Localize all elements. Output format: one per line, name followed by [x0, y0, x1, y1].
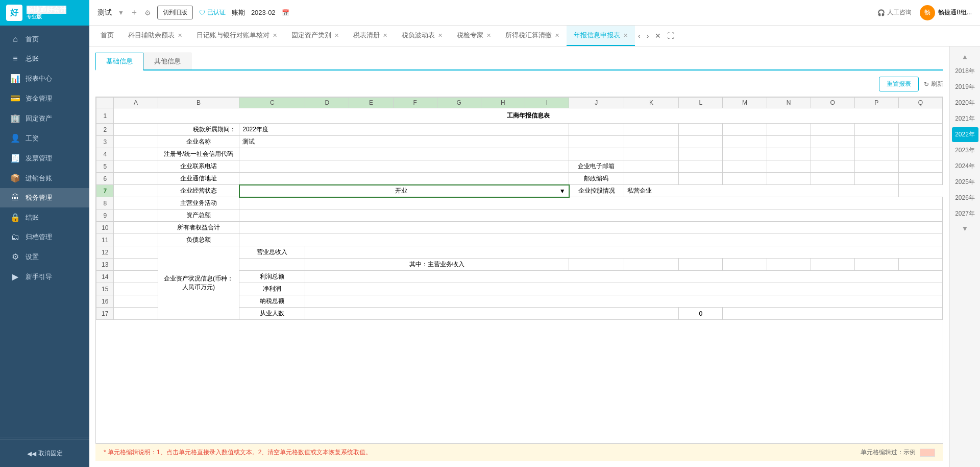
- sidebar-item-report[interactable]: 📊报表中心: [0, 68, 89, 88]
- cell-2-N[interactable]: [767, 124, 811, 136]
- cell-5-B[interactable]: 企业联系电话: [158, 160, 239, 173]
- tab-close-income[interactable]: ✕: [555, 32, 559, 39]
- tab-taxwave[interactable]: 税负波动表✕: [395, 26, 450, 46]
- cell-5-M[interactable]: [723, 160, 767, 173]
- tab-close-taxcheck[interactable]: ✕: [486, 32, 491, 39]
- tab-basic[interactable]: 基础信息: [95, 53, 143, 71]
- sidebar-item-ledger[interactable]: ≡总账: [0, 49, 89, 68]
- cell-13-L[interactable]: [679, 259, 723, 271]
- help-button[interactable]: 🎧 人工咨询: [877, 8, 912, 17]
- cell-3-P[interactable]: [854, 136, 898, 148]
- cell-13-C[interactable]: [239, 259, 305, 271]
- cell-17-K[interactable]: 0: [679, 308, 723, 320]
- cell-13-M[interactable]: [723, 259, 767, 271]
- cell-3-C[interactable]: 测试: [239, 136, 569, 148]
- year-item-2018[interactable]: 2018年: [952, 64, 978, 79]
- cell-3-M[interactable]: [723, 136, 767, 148]
- spreadsheet[interactable]: A B C D E F G H I J K L M: [95, 97, 943, 443]
- year-item-2026[interactable]: 2026年: [952, 191, 978, 205]
- cell-5-C[interactable]: [239, 160, 569, 173]
- tab-expand-button[interactable]: ⛶: [664, 32, 677, 40]
- cell-7-K[interactable]: 私营企业: [624, 185, 898, 197]
- add-button[interactable]: ＋: [130, 7, 138, 18]
- sidebar-item-tax[interactable]: 🏛税务管理: [0, 188, 89, 207]
- cell-2-B[interactable]: 税款所属期间：: [158, 124, 239, 136]
- cell-8-A[interactable]: [114, 197, 158, 209]
- col-header-K[interactable]: K: [624, 98, 679, 108]
- sidebar-item-asset[interactable]: 🏢固定资产: [0, 108, 89, 128]
- cell-12-B-merged[interactable]: 企业资产状况信息(币种：人民币万元): [158, 246, 239, 320]
- cell-7-C-dropdown[interactable]: 开业 ▼: [239, 185, 569, 197]
- calendar-icon[interactable]: 📅: [282, 9, 289, 16]
- tab-journal[interactable]: 日记账与银行对账单核对✕: [189, 26, 284, 46]
- col-header-N[interactable]: N: [767, 98, 811, 108]
- cell-12-C[interactable]: 营业总收入: [239, 246, 305, 259]
- sidebar-item-home[interactable]: ⌂首页: [0, 30, 89, 49]
- tab-taxcheck[interactable]: 税检专家✕: [450, 26, 498, 46]
- cell-4-K[interactable]: [624, 148, 679, 160]
- cell-3-B[interactable]: 企业名称: [158, 136, 239, 148]
- tab-close-annual[interactable]: ✕: [623, 32, 628, 39]
- year-item-2022[interactable]: 2022年: [952, 127, 978, 142]
- refresh-button[interactable]: ↻ 刷新: [924, 80, 943, 88]
- cell-17-B[interactable]: 从业人数: [239, 308, 305, 320]
- tab-taxform[interactable]: 税表清册✕: [346, 26, 395, 46]
- cell-15-C[interactable]: 净利润: [239, 283, 305, 295]
- sidebar-item-invoice[interactable]: 🧾发票管理: [0, 148, 89, 168]
- year-item-2024[interactable]: 2024年: [952, 159, 978, 174]
- cell-10-A[interactable]: [114, 222, 158, 234]
- cell-4-O[interactable]: [811, 148, 854, 160]
- sidebar-item-inventory[interactable]: 📦进销台账: [0, 168, 89, 188]
- cell-3-Q[interactable]: [898, 136, 942, 148]
- company-dropdown-icon[interactable]: ▼: [118, 9, 124, 16]
- cell-13-D[interactable]: 其中：主营业务收入: [305, 259, 569, 271]
- cell-15-D[interactable]: [305, 283, 943, 295]
- cell-16-A[interactable]: [114, 295, 158, 308]
- reset-report-button[interactable]: 重置报表: [879, 77, 919, 91]
- cell-2-J[interactable]: [569, 124, 624, 136]
- col-header-H[interactable]: H: [481, 98, 525, 108]
- cell-5-N[interactable]: [767, 160, 811, 173]
- cell-8-B[interactable]: 主营业务活动: [158, 197, 239, 209]
- cell-6-L[interactable]: [679, 173, 723, 185]
- cell-16-C[interactable]: 纳税总额: [239, 295, 305, 308]
- tab-next-button[interactable]: ›: [644, 32, 652, 40]
- cell-16-D[interactable]: [305, 295, 943, 308]
- cell-6-J[interactable]: 邮政编码: [569, 173, 624, 185]
- cell-5-K[interactable]: [624, 160, 679, 173]
- cell-6-B[interactable]: 企业通信地址: [158, 173, 239, 185]
- col-header-D[interactable]: D: [305, 98, 349, 108]
- year-down-button[interactable]: ▼: [960, 222, 971, 235]
- cell-11-C[interactable]: [239, 234, 943, 246]
- year-item-2021[interactable]: 2021年: [952, 111, 978, 126]
- cell-7-B[interactable]: 企业经营状态: [158, 185, 239, 197]
- cell-17-A[interactable]: [114, 308, 158, 320]
- cell-2-L[interactable]: [679, 124, 723, 136]
- cell-2-A[interactable]: [114, 124, 158, 136]
- cell-4-M[interactable]: [723, 148, 767, 160]
- collapse-button[interactable]: ◀◀ 取消固定: [0, 445, 89, 462]
- tab-other[interactable]: 其他信息: [143, 53, 191, 69]
- cell-17-C[interactable]: [305, 308, 679, 320]
- cell-3-A[interactable]: [114, 136, 158, 148]
- cell-6-A[interactable]: [114, 173, 158, 185]
- year-item-2020[interactable]: 2020年: [952, 96, 978, 110]
- cell-5-A[interactable]: [114, 160, 158, 173]
- cell-14-D[interactable]: [305, 271, 943, 283]
- cell-9-C[interactable]: [239, 209, 943, 222]
- sidebar-item-fund[interactable]: 💳资金管理: [0, 88, 89, 108]
- cell-13-O[interactable]: [811, 259, 854, 271]
- cell-6-C[interactable]: [239, 173, 569, 185]
- cell-12-A[interactable]: [114, 246, 158, 259]
- cell-5-O[interactable]: [811, 160, 854, 173]
- cell-8-C[interactable]: [239, 197, 943, 209]
- col-header-G[interactable]: G: [437, 98, 481, 108]
- tab-annual[interactable]: 年报信息申报表✕: [567, 26, 635, 46]
- cell-1-title[interactable]: 工商年报信息表: [114, 108, 943, 124]
- tab-close-aux[interactable]: ✕: [178, 32, 182, 39]
- cell-15-A[interactable]: [114, 283, 158, 295]
- col-header-A[interactable]: A: [114, 98, 158, 108]
- cell-4-J[interactable]: [569, 148, 624, 160]
- year-item-2019[interactable]: 2019年: [952, 80, 978, 95]
- cell-9-A[interactable]: [114, 209, 158, 222]
